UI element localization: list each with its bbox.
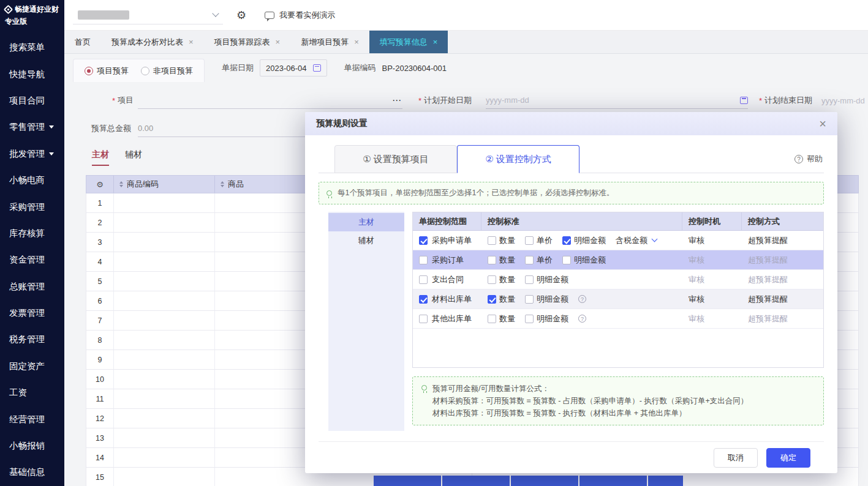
sidebar-item-basic-info[interactable]: 基础信息 (0, 459, 64, 485)
help-link[interactable]: ? 帮助 (794, 154, 823, 165)
criteria-checkbox[interactable] (488, 256, 496, 264)
sort-icon[interactable] (221, 181, 224, 187)
sidebar-item-tax-mgmt[interactable]: 税务管理 (0, 326, 64, 353)
chat-bubble-icon (265, 12, 274, 19)
sidebar-item-retail-mgmt[interactable]: 零售管理 (0, 114, 64, 140)
doc-label: 材料出库单 (432, 294, 472, 305)
sidebar-item-inventory-accounting[interactable]: 库存核算 (0, 220, 64, 247)
sidebar-item-quick-nav[interactable]: 快捷导航 (0, 61, 64, 87)
tab-set-control-method[interactable]: ② 设置控制方式 (457, 145, 579, 173)
question-icon[interactable]: ? (578, 295, 586, 303)
sidebar-item-purchase-mgmt[interactable]: 采购管理 (0, 193, 64, 220)
dialog-close-icon[interactable]: × (819, 118, 826, 130)
doc-date-label: 单据日期 (222, 62, 254, 73)
doc-checkbox[interactable] (419, 275, 428, 284)
sidebar-item-reimbursement[interactable]: 小畅报销 (0, 433, 64, 459)
timing-value: 审核 (682, 309, 742, 328)
tax-amount-dropdown[interactable]: 含税金额 (616, 235, 657, 246)
grid-settings-gear-icon[interactable]: ⚙ (96, 180, 104, 189)
confirm-button[interactable]: 确定 (766, 448, 810, 468)
criteria-checkbox[interactable] (525, 236, 534, 245)
criteria-checkbox[interactable] (525, 256, 534, 264)
close-icon[interactable]: × (189, 37, 194, 47)
formula-title: 预算可用金额/可用数量计算公式： (432, 383, 748, 395)
dialog-body: ① 设置预算项目 ② 设置控制方式 ? 帮助 每1个预算项目，单据控制范围至少选… (305, 135, 837, 473)
question-icon[interactable]: ? (578, 315, 586, 323)
plan-start-label: * 计划开始日期 (418, 92, 472, 109)
sidebar-item-business-mgmt[interactable]: 经营管理 (0, 406, 64, 432)
radio-project-budget[interactable]: 项目预算 (85, 65, 129, 77)
plan-start-input[interactable]: yyyy-mm-dd (486, 92, 748, 109)
sidebar-item-project-contract[interactable]: 项目合同 (0, 88, 64, 114)
tab-aux-material[interactable]: 辅材 (125, 149, 142, 166)
rules-table-header: 单据控制范围 控制标准 控制时机 控制方式 (413, 212, 823, 231)
doc-checkbox[interactable] (419, 236, 428, 245)
tab-new-project-budget[interactable]: 新增项目预算× (290, 31, 369, 53)
page-tabbar: 首页 预算成本分析对比表× 项目预算跟踪表× 新增项目预算× 填写预算信息× (64, 31, 868, 54)
tab-set-budget-items[interactable]: ① 设置预算项目 (334, 145, 457, 173)
calendar-icon[interactable] (313, 64, 321, 72)
rule-row-purchase-request[interactable]: 采购申请单 数量 单价 明细金额 含税金额 审核 超预算提醒 (413, 231, 823, 250)
rule-row-expense-contract[interactable]: 支出合同 数量 明细金额 审核 超预算提醒 (413, 270, 823, 290)
criteria-checkbox[interactable] (488, 275, 496, 284)
sidebar-item-payroll[interactable]: 工资 (0, 379, 64, 406)
sidebar-item-invoice-mgmt[interactable]: 发票管理 (0, 300, 64, 326)
org-selector[interactable] (73, 6, 223, 24)
close-icon[interactable]: × (354, 37, 359, 47)
doc-code-group: 单据编码 BP-20230604-001 (344, 54, 447, 82)
criteria-checkbox[interactable] (488, 295, 496, 304)
plan-end-input[interactable]: yyyy-mm-dd (821, 92, 868, 109)
sidebar-item-search-menu[interactable]: 搜索菜单 (0, 34, 64, 61)
tab-budget-cost-analysis[interactable]: 预算成本分析对比表× (101, 31, 204, 53)
doc-date-input[interactable]: 2023-06-04 (260, 59, 327, 77)
close-icon[interactable]: × (433, 37, 438, 47)
project-picker-button[interactable]: ⋯ (391, 95, 402, 106)
sidebar-item-general-ledger[interactable]: 总账管理 (0, 274, 64, 300)
timing-value: 审核 (682, 270, 742, 289)
criteria-checkbox[interactable] (562, 256, 571, 264)
sidebar-item-wholesale-mgmt[interactable]: 批发管理 (0, 141, 64, 167)
sidebar-item-ecommerce[interactable]: 小畅电商 (0, 167, 64, 193)
tab-home[interactable]: 首页 (64, 31, 101, 53)
side-item-aux-material[interactable]: 辅材 (328, 231, 404, 250)
demo-link[interactable]: 我要看实例演示 (265, 10, 335, 21)
chevron-down-icon (212, 10, 219, 17)
sidebar-item-fixed-assets[interactable]: 固定资产 (0, 353, 64, 379)
col-control-method: 控制方式 (742, 212, 823, 230)
cancel-button[interactable]: 取消 (714, 448, 758, 468)
criteria-checkbox[interactable] (488, 236, 496, 245)
radio-nonproject-budget[interactable]: 非项目预算 (141, 65, 193, 77)
method-value: 超预算提醒 (742, 309, 823, 328)
budget-total-label: 预算总金额 (91, 120, 131, 137)
method-value: 超预算提醒 (742, 250, 823, 269)
tab-fill-budget-info[interactable]: 填写预算信息× (369, 31, 448, 53)
sidebar-item-fund-mgmt[interactable]: 资金管理 (0, 247, 64, 273)
close-icon[interactable]: × (276, 37, 281, 47)
rule-row-material-outbound[interactable]: 材料出库单 数量 明细金额 ? 审核 超预算提醒 (413, 290, 823, 309)
doc-checkbox[interactable] (419, 295, 428, 304)
criteria-checkbox[interactable] (488, 315, 496, 323)
rules-table: 单据控制范围 控制标准 控制时机 控制方式 采购申请单 数量 单价 (412, 212, 824, 368)
criteria-checkbox[interactable] (525, 295, 534, 304)
dialog-header: 预算规则设置 × (305, 112, 837, 135)
criteria-checkbox[interactable] (525, 315, 534, 323)
side-item-main-material[interactable]: 主材 (328, 213, 404, 231)
doc-checkbox[interactable] (419, 256, 428, 264)
tab-main-material[interactable]: 主材 (92, 149, 109, 166)
project-input[interactable]: ⋯ (138, 92, 402, 109)
budget-rules-dialog: 预算规则设置 × ① 设置预算项目 ② 设置控制方式 ? 帮助 每1个预算项目，… (305, 112, 837, 473)
sort-icon[interactable] (119, 181, 123, 187)
topbar: ⚙ 我要看实例演示 (64, 0, 868, 31)
doc-label: 支出合同 (432, 274, 464, 285)
rule-row-other-outbound[interactable]: 其他出库单 数量 明细金额 ? 审核 超预算提醒 (413, 309, 823, 329)
calendar-icon[interactable] (740, 97, 748, 104)
doc-checkbox[interactable] (419, 315, 428, 323)
settings-gear-icon[interactable]: ⚙ (236, 10, 246, 21)
col-control-timing: 控制时机 (682, 212, 742, 230)
formula-box: 预算可用金额/可用数量计算公式： 材料采购预算：可用预算数 = 预算数 - 占用… (412, 376, 824, 425)
criteria-checkbox[interactable] (562, 236, 571, 245)
tab-project-budget-tracking[interactable]: 项目预算跟踪表× (204, 31, 291, 53)
help-label: 帮助 (807, 154, 823, 165)
rule-row-purchase-order[interactable]: 采购订单 数量 单价 明细金额 审核 超预算提醒 (413, 250, 823, 270)
criteria-checkbox[interactable] (525, 275, 534, 284)
